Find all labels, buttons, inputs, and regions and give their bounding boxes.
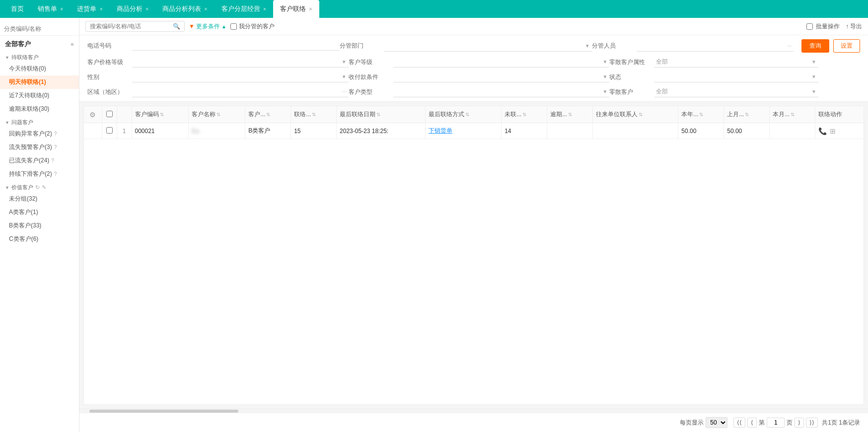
customer-type-select[interactable]: ▼	[393, 86, 610, 97]
close-icon[interactable]: ×	[263, 6, 266, 12]
retail-customer-select[interactable]: 全部▼	[654, 86, 818, 97]
more-conditions-btn[interactable]: ▼ 更多条件 ▲	[189, 22, 226, 31]
close-icon[interactable]: ×	[145, 6, 148, 12]
horizontal-scrollbar[interactable]	[79, 409, 868, 413]
col-contact-count[interactable]: 联络...⇅	[291, 106, 337, 123]
filter-row-2: 客户价格等级 ▼ 客户等级 ▼ 零散客户属性 全部▼	[87, 57, 860, 68]
sidebar-item-7days[interactable]: 近7天待联络(0)	[0, 89, 79, 102]
sidebar-item-tomorrow[interactable]: 明天待联络(1)	[0, 75, 79, 89]
row-unit-contact	[592, 123, 678, 139]
manager-select[interactable]: ···	[637, 41, 794, 52]
main-layout: 🔍 全部客户 « 待联络客户 今天待联络(0) 明天待联络(1) 近7天待联络(…	[0, 18, 868, 432]
table-row: 1 000021 Ea B类客户 15 2023-05-23 18:25: 下销…	[84, 123, 864, 139]
query-button[interactable]: 查询	[801, 39, 829, 53]
col-unit-contact[interactable]: 往来单位联系人⇅	[592, 106, 678, 123]
filter-status: 状态 ▼	[609, 72, 818, 82]
customer-level-select[interactable]: ▼	[393, 57, 610, 68]
last-page-btn[interactable]: ⟩⟩	[806, 418, 818, 428]
filter-gender: 性别 ▼	[87, 72, 349, 82]
page-number-input[interactable]	[767, 418, 785, 428]
nav-customer-contact[interactable]: 客户联络 ×	[273, 0, 319, 18]
value-group-edit[interactable]: ✎	[42, 184, 46, 191]
my-customers-checkbox[interactable]	[230, 23, 237, 30]
nav-home[interactable]: 首页	[4, 0, 31, 18]
row-action-grid-icon[interactable]: ⊞	[830, 127, 836, 135]
sidebar-item-today[interactable]: 今天待联络(0)	[0, 62, 79, 75]
nav-purchase[interactable]: 进货单 ×	[70, 0, 109, 18]
first-page-btn[interactable]: ⟨⟨	[733, 418, 745, 428]
collapse-icon[interactable]: «	[71, 41, 74, 48]
filter-customer-value: 客户价格等级 ▼	[87, 57, 349, 68]
close-icon[interactable]: ×	[204, 6, 207, 12]
col-select-all[interactable]	[102, 106, 117, 123]
search-input[interactable]	[90, 23, 171, 30]
sidebar-item-ungrouped[interactable]: 未分组(32)	[0, 192, 79, 206]
col-this-year[interactable]: 本年...⇅	[678, 106, 724, 123]
select-all-checkbox[interactable]	[106, 111, 113, 117]
sidebar-item-churn-warning[interactable]: 流失预警客户(3) ?	[0, 141, 79, 154]
payment-select[interactable]: ▼	[393, 72, 610, 82]
batch-checkbox[interactable]	[806, 23, 813, 30]
total-info: 共1页 1条记录	[822, 419, 860, 427]
col-code[interactable]: 客户编码⇅	[132, 106, 188, 123]
nav-sales[interactable]: 销售单 ×	[31, 0, 70, 18]
phone-input[interactable]	[132, 41, 340, 51]
table-area: ⚙ 客户编码⇅ 客户名称⇅ 客户...⇅ 联络...⇅ 最后联络日期⇅ 最后联络…	[83, 106, 864, 405]
col-no-contact[interactable]: 未联...⇅	[502, 106, 547, 123]
sidebar-item-c-class[interactable]: C类客户(6)	[0, 232, 79, 246]
customer-value-select[interactable]: ▼	[132, 57, 349, 68]
col-name[interactable]: 客户名称⇅	[188, 106, 245, 123]
gender-select[interactable]: ▼	[132, 72, 349, 82]
nav-analysis-list[interactable]: 商品分析列表 ×	[155, 0, 214, 18]
sidebar-item-churned[interactable]: 已流失客户(24) ?	[0, 154, 79, 167]
col-type[interactable]: 客户...⇅	[245, 106, 291, 123]
row-name: Ea	[188, 123, 245, 139]
col-overdue[interactable]: 逾期...⇅	[547, 106, 593, 123]
pending-group-label: 待联络客户	[0, 51, 79, 62]
filter-payment: 收付款条件 ▼	[349, 72, 610, 82]
page-size-select[interactable]: 50	[706, 417, 727, 428]
set-button[interactable]: 设置	[833, 39, 860, 53]
region-select[interactable]: ···	[132, 86, 349, 97]
col-action: 联络动作	[815, 106, 864, 123]
prev-page-btn[interactable]: ⟨	[747, 418, 757, 428]
dept-select[interactable]: ▼	[384, 41, 592, 52]
row-action-phone-icon[interactable]: 📞	[818, 127, 827, 135]
sidebar-item-declining[interactable]: 持续下滑客户(2) ?	[0, 167, 79, 181]
question-icon: ?	[54, 144, 57, 150]
next-page-btn[interactable]: ⟩	[795, 418, 804, 428]
value-group-refresh[interactable]: ↻	[35, 184, 40, 191]
row-this-year: 50.00	[678, 123, 724, 139]
nav-customer-tier[interactable]: 客户分层经营 ×	[215, 0, 273, 18]
row-last-contact-method: 下销货单	[426, 123, 502, 139]
question-icon: ?	[51, 158, 54, 163]
all-customers-title: 全部客户 «	[0, 36, 79, 51]
sidebar-item-a-class[interactable]: A类客户(1)	[0, 206, 79, 219]
row-type: B类客户	[245, 123, 291, 139]
sidebar-search-input[interactable]	[4, 25, 78, 32]
close-icon[interactable]: ×	[60, 6, 63, 12]
row-overdue	[547, 123, 593, 139]
row-contact-count: 15	[291, 123, 337, 139]
retail-attr-select[interactable]: 全部▼	[654, 57, 818, 68]
question-icon: ?	[54, 131, 57, 137]
sidebar-item-repurchase-abnormal[interactable]: 回购异常客户(2) ?	[0, 127, 79, 141]
search-icon[interactable]: 🔍	[173, 23, 180, 30]
sidebar-item-b-class[interactable]: B类客户(33)	[0, 219, 79, 232]
status-select[interactable]: ▼	[654, 72, 818, 82]
batch-op-btn[interactable]: 批量操作	[806, 22, 840, 31]
export-btn[interactable]: ↑ 导出	[846, 22, 862, 31]
col-last-month[interactable]: 上月...⇅	[724, 106, 770, 123]
col-this-month[interactable]: 本月...⇅	[770, 106, 815, 123]
settings-icon[interactable]: ⚙	[89, 111, 96, 119]
row-checkbox[interactable]	[106, 127, 113, 134]
nav-analysis[interactable]: 商品分析 ×	[110, 0, 155, 18]
col-last-contact-method[interactable]: 最后联络方式⇅	[426, 106, 502, 123]
scrollbar-thumb[interactable]	[89, 410, 238, 413]
col-last-contact-date[interactable]: 最后联络日期⇅	[337, 106, 426, 123]
sidebar-item-overdue[interactable]: 逾期未联络(30)	[0, 102, 79, 116]
col-settings[interactable]: ⚙	[84, 106, 102, 123]
close-icon[interactable]: ×	[309, 6, 312, 12]
contact-method-link[interactable]: 下销货单	[429, 127, 452, 134]
close-icon[interactable]: ×	[99, 6, 102, 12]
